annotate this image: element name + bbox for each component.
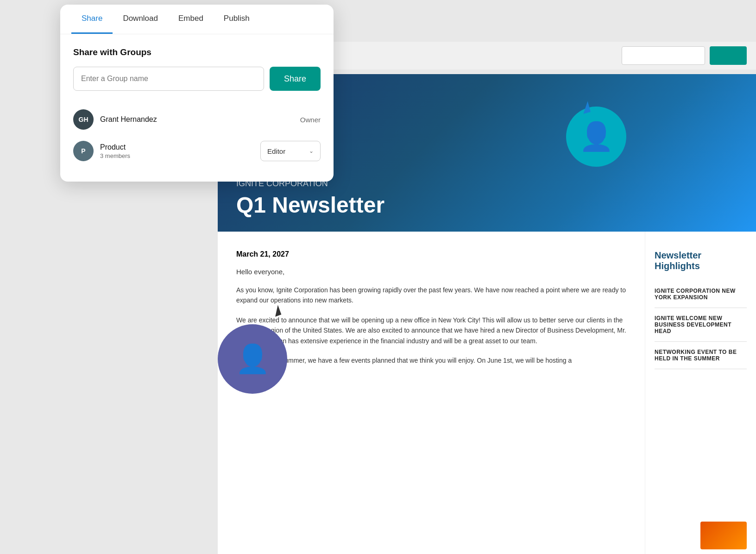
newsletter-para-3: For the coming summer, we have a few eve… xyxy=(236,355,626,365)
sidebar-item-text-1: IGNITE CORPORATION NEW YORK EXPANSION xyxy=(655,288,747,301)
share-modal[interactable]: Share Download Embed Publish Share with … xyxy=(60,5,334,182)
newsletter-body: March 21, 2027 Hello everyone, As you kn… xyxy=(218,232,756,554)
sidebar-item-text-3: NETWORKING EVENT TO BE HELD IN THE SUMME… xyxy=(655,349,747,362)
chevron-down-icon: ⌄ xyxy=(309,148,314,154)
section-title: Share with Groups xyxy=(73,47,321,57)
avatar-product: P xyxy=(73,141,94,161)
newsletter-para-2: We are excited to announce that we will … xyxy=(236,315,626,346)
sidebar-item-text-2: IGNITE WELCOME NEW BUSINESS DEVELOPMENT … xyxy=(655,315,747,334)
user-icon-purple: 👤 xyxy=(235,345,270,373)
sidebar-item-3: NETWORKING EVENT TO BE HELD IN THE SUMME… xyxy=(655,342,747,369)
newsletter-title: Q1 Newsletter xyxy=(236,192,384,218)
tab-download[interactable]: Download xyxy=(113,5,168,34)
sidebar-title: Newsletter Highlights xyxy=(655,250,747,271)
tab-publish[interactable]: Publish xyxy=(214,5,260,34)
sidebar-item-1: IGNITE CORPORATION NEW YORK EXPANSION xyxy=(655,281,747,308)
avatar-grant: GH xyxy=(73,109,94,130)
newsletter-main: March 21, 2027 Hello everyone, As you kn… xyxy=(218,232,645,554)
top-bar-button[interactable] xyxy=(710,46,747,65)
member-row-grant: GH Grant Hernandez Owner xyxy=(73,104,321,135)
share-button[interactable]: Share xyxy=(270,67,321,91)
modal-tabs: Share Download Embed Publish xyxy=(60,5,334,34)
top-bar-input[interactable] xyxy=(622,46,705,65)
tab-share[interactable]: Share xyxy=(71,5,113,34)
newsletter-para-1: As you know, Ignite Corporation has been… xyxy=(236,285,626,306)
member-info-product: Product 3 members xyxy=(100,143,254,159)
member-sub-product: 3 members xyxy=(100,152,254,159)
member-name-product: Product xyxy=(100,143,254,151)
newsletter-sidebar: Newsletter Highlights IGNITE CORPORATION… xyxy=(645,232,756,554)
newsletter-greeting: Hello everyone, xyxy=(236,268,626,276)
avatar-teal: 👤 xyxy=(566,107,626,167)
share-input-row: Share xyxy=(73,67,321,91)
user-icon-teal: 👤 xyxy=(579,123,614,151)
sidebar-item-2: IGNITE WELCOME NEW BUSINESS DEVELOPMENT … xyxy=(655,308,747,342)
orange-thumbnail xyxy=(700,522,747,549)
avatar-purple: 👤 xyxy=(218,324,287,394)
role-dropdown-product[interactable]: Editor ⌄ xyxy=(260,141,321,161)
tab-embed[interactable]: Embed xyxy=(168,5,214,34)
member-row-product: P Product 3 members Editor ⌄ xyxy=(73,135,321,167)
role-dropdown-value: Editor xyxy=(267,147,285,155)
newsletter-date: March 21, 2027 xyxy=(236,250,626,258)
member-name-grant: Grant Hernandez xyxy=(100,115,294,124)
group-name-input[interactable] xyxy=(73,67,264,91)
modal-body: Share with Groups Share GH Grant Hernand… xyxy=(60,34,334,182)
member-info-grant: Grant Hernandez xyxy=(100,115,294,124)
member-role-grant: Owner xyxy=(300,116,321,124)
